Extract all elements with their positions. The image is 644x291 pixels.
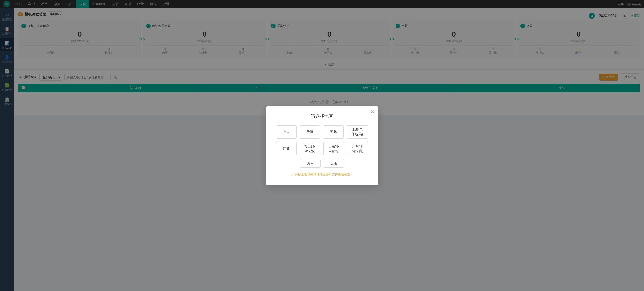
region-row-1: 北京 天津 河北 上海(电子税局)	[276, 125, 368, 139]
modal-title: 请选择地区	[276, 113, 368, 119]
modal-close-btn[interactable]: ✕	[370, 109, 374, 114]
region-btn-jiangsu[interactable]: 江苏	[276, 142, 297, 155]
region-btn-tianjin[interactable]: 天津	[300, 125, 320, 139]
region-btn-zhejiang[interactable]: 浙江(不含宁波)	[300, 142, 320, 155]
region-btn-guangdong[interactable]: 广东(不含深圳)	[347, 142, 368, 155]
region-row-3: 海南 云南	[276, 159, 368, 168]
region-btn-shanghai[interactable]: 上海(电子税局)	[347, 125, 368, 139]
region-btn-shandong[interactable]: 山东(不含青岛)	[323, 142, 344, 155]
region-btn-hebei[interactable]: 河北	[323, 125, 344, 139]
modal-box: ✕ 请选择地区 北京 天津 河北 上海(电子税局) 江苏 浙江(不含宁波) 山东…	[266, 106, 378, 185]
region-btn-yunnan[interactable]: 云南	[324, 159, 344, 168]
warning-icon: ⓘ	[291, 172, 294, 177]
modal-warning: ⓘ 除以上地区外其他地区暂不支持报税检查！	[276, 172, 368, 177]
region-row-2: 江苏 浙江(不含宁波) 山东(不含青岛) 广东(不含深圳)	[276, 142, 368, 155]
modal-overlay[interactable]: ✕ 请选择地区 北京 天津 河北 上海(电子税局) 江苏 浙江(不含宁波) 山东…	[0, 0, 644, 291]
region-btn-hainan[interactable]: 海南	[300, 159, 321, 168]
region-grid: 北京 天津 河北 上海(电子税局) 江苏 浙江(不含宁波) 山东(不含青岛) 广…	[276, 125, 368, 168]
region-btn-beijing[interactable]: 北京	[276, 125, 297, 139]
warning-text: 除以上地区外其他地区暂不支持报税检查！	[295, 172, 353, 177]
